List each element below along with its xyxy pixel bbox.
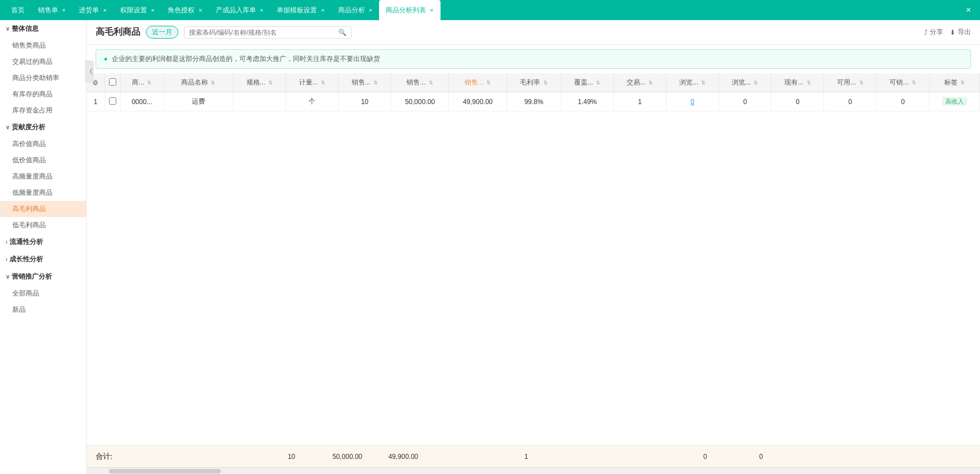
tab-permission-settings[interactable]: 权限设置 × — [113, 0, 161, 20]
sort-icon-browse1[interactable]: ⇅ — [701, 80, 706, 86]
col-available[interactable]: 可用... ⇅ — [824, 73, 877, 92]
footer-sales-amount: 50,000.00 — [325, 453, 370, 461]
search-icon[interactable]: 🔍 — [338, 29, 347, 36]
sort-icon-sales-qty[interactable]: ⇅ — [373, 80, 378, 86]
sort-icon-sales-amount[interactable]: ⇅ — [429, 80, 433, 86]
sidebar-collapse-btn[interactable]: 《 — [85, 60, 94, 83]
sidebar-item-traded-goods[interactable]: 交易过的商品 — [0, 54, 86, 70]
sidebar-group-flow[interactable]: › 流通性分析 — [0, 233, 86, 251]
col-checkbox[interactable] — [105, 73, 120, 92]
sidebar-group-growth[interactable]: › 成长性分析 — [0, 251, 86, 268]
collapse-arrow-overall: ∨ — [6, 26, 10, 32]
tab-product-analysis[interactable]: 商品分析 × — [332, 0, 379, 20]
col-trade[interactable]: 交易... ⇅ — [614, 73, 666, 92]
close-all-tabs[interactable]: × — [962, 5, 976, 15]
tab-single-template[interactable]: 单据模板设置 × — [270, 0, 331, 20]
cell-sales-qty: 10 — [338, 92, 391, 111]
sort-icon-sales-cost[interactable]: ⇅ — [486, 80, 491, 86]
tab-product-entry[interactable]: 产成品入库单 × — [209, 0, 270, 20]
select-all-checkbox[interactable] — [109, 78, 116, 86]
cell-unit: 个 — [286, 92, 338, 111]
cell-checkbox[interactable] — [105, 92, 120, 111]
sidebar-item-low-margin[interactable]: 低毛利商品 — [0, 217, 86, 233]
footer-available: 0 — [738, 453, 783, 461]
row-checkbox[interactable] — [109, 97, 116, 105]
cell-code: 0000... — [120, 92, 163, 111]
sidebar-item-sales-goods[interactable]: 销售类商品 — [0, 37, 86, 54]
cell-browse2: 0 — [719, 92, 771, 111]
sort-icon-unit[interactable]: ⇅ — [321, 80, 325, 86]
browse1-link[interactable]: 0 — [690, 98, 694, 106]
col-gross-rate[interactable]: 毛利率 ⇅ — [506, 73, 561, 92]
cell-browse1[interactable]: 0 — [666, 92, 719, 111]
col-current-stock[interactable]: 现有... ⇅ — [771, 73, 824, 92]
table-container[interactable]: ⚙ 商... ⇅ 商品名称 ⇅ — [87, 73, 980, 445]
sidebar-item-high-freq[interactable]: 高频量度商品 — [0, 168, 86, 185]
col-code[interactable]: 商... ⇅ — [120, 73, 163, 92]
sidebar-item-low-value[interactable]: 低价值商品 — [0, 152, 86, 168]
close-tab-analysis[interactable]: × — [369, 7, 372, 13]
close-tab-template[interactable]: × — [321, 7, 324, 13]
sort-icon-available[interactable]: ⇅ — [859, 80, 864, 86]
close-tab-sales[interactable]: × — [62, 7, 65, 13]
sidebar-item-high-margin[interactable]: 高毛利商品 — [0, 201, 86, 217]
sidebar-item-in-stock[interactable]: 有库存的商品 — [0, 86, 86, 102]
col-sales-qty[interactable]: 销售... ⇅ — [338, 73, 391, 92]
tab-role-auth[interactable]: 角色授权 × — [161, 0, 209, 20]
col-tag[interactable]: 标签 ⇅ — [929, 73, 979, 92]
close-tab-permission[interactable]: × — [151, 7, 154, 13]
tab-sales[interactable]: 销售单 × — [31, 0, 72, 20]
sort-icon-trade[interactable]: ⇅ — [648, 80, 653, 86]
sidebar-item-low-freq[interactable]: 低频量度商品 — [0, 185, 86, 201]
scroll-thumb[interactable] — [109, 469, 221, 473]
col-coverage[interactable]: 覆盖... ⇅ — [561, 73, 614, 92]
sort-icon-gross-rate[interactable]: ⇅ — [543, 80, 548, 86]
search-input[interactable] — [189, 29, 336, 36]
col-sales-cost[interactable]: 销售... ⇅ — [449, 73, 506, 92]
sidebar-group-marketing[interactable]: ∨ 营销推广分析 — [0, 268, 86, 285]
sort-icon-coverage[interactable]: ⇅ — [596, 80, 600, 86]
cell-available: 0 — [824, 92, 877, 111]
horizontal-scrollbar[interactable] — [87, 467, 980, 474]
tab-purchase[interactable]: 进货单 × — [72, 0, 113, 20]
sort-icon-stock[interactable]: ⇅ — [807, 80, 811, 86]
col-browse1[interactable]: 浏览... ⇅ — [666, 73, 719, 92]
collapse-arrow-profit: ∨ — [6, 124, 10, 130]
tab-product-analysis-list[interactable]: 商品分析列表 × — [379, 0, 440, 20]
sort-icon-code[interactable]: ⇅ — [147, 80, 152, 86]
filter-period-btn[interactable]: 近一月 — [146, 26, 178, 39]
content-header: 高毛利商品 近一月 🔍 ⤴ 分享 ⬇ 导出 — [87, 20, 980, 45]
sidebar-group-overall[interactable]: ∨ 整体信息 — [0, 20, 86, 37]
close-tab-role[interactable]: × — [198, 7, 202, 13]
footer-sales-cost: 49,900.00 — [381, 453, 425, 461]
col-unit[interactable]: 计量... ⇅ — [286, 73, 338, 92]
sidebar-item-category-assist[interactable]: 商品分类助销率 — [0, 70, 86, 86]
sidebar-item-high-value[interactable]: 高价值商品 — [0, 136, 86, 152]
close-tab-product-entry[interactable]: × — [260, 7, 263, 13]
close-tab-purchase[interactable]: × — [103, 7, 106, 13]
col-sales-amount[interactable]: 销售... ⇅ — [391, 73, 448, 92]
col-saleable[interactable]: 可销... ⇅ — [877, 73, 929, 92]
cell-tag: 高收入 — [929, 92, 979, 111]
sidebar-item-stock-capital[interactable]: 库存资金占用 — [0, 102, 86, 119]
sort-icon-spec[interactable]: ⇅ — [268, 80, 273, 86]
col-spec[interactable]: 规格... ⇅ — [233, 73, 286, 92]
sort-icon-browse2[interactable]: ⇅ — [754, 80, 758, 86]
sidebar-item-all-goods[interactable]: 全部商品 — [0, 285, 86, 302]
export-btn[interactable]: ⬇ 导出 — [950, 27, 971, 37]
sort-icon-saleable[interactable]: ⇅ — [912, 80, 916, 86]
tab-home[interactable]: 首页 — [4, 0, 31, 20]
sort-icon-tag[interactable]: ⇅ — [960, 80, 965, 86]
sort-icon-name[interactable]: ⇅ — [211, 80, 215, 86]
info-icon: ✦ — [103, 55, 108, 63]
col-name[interactable]: 商品名称 ⇅ — [163, 73, 233, 92]
cell-sales-amount: 50,000.00 — [391, 92, 448, 111]
share-btn[interactable]: ⤴ 分享 — [924, 27, 943, 37]
close-tab-analysis-list[interactable]: × — [430, 7, 433, 13]
sidebar-group-profit[interactable]: ∨ 贡献度分析 — [0, 119, 86, 136]
col-browse2[interactable]: 浏览... ⇅ — [719, 73, 771, 92]
sidebar-item-new-goods[interactable]: 新品 — [0, 302, 86, 318]
cell-spec — [233, 92, 286, 111]
footer-label: 合计: — [96, 452, 112, 462]
table-row: 1 0000... 运费 个 10 50,000.00 49,900.00 99… — [87, 92, 980, 111]
